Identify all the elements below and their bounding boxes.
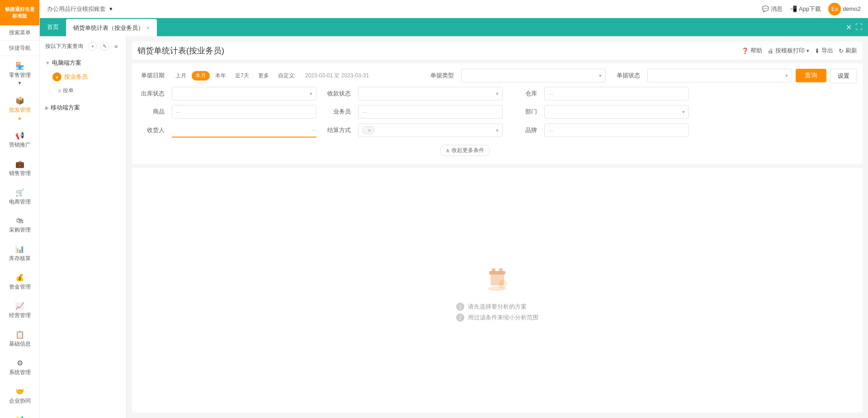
date-tab-this-month[interactable]: 本月 — [192, 71, 210, 81]
out-status-select[interactable]: ▾ — [172, 87, 316, 100]
sidebar-item-basic[interactable]: 📋 基础信息 — [0, 325, 39, 353]
date-tab-custom[interactable]: 自定义 — [274, 71, 298, 81]
sidebar: 畅捷通好生意 标准版 搜索菜单 快捷导航 🏪 零售管理 ▼ 📦 批发管理 ▲ 📢… — [0, 0, 40, 418]
sidebar-item-wholesale[interactable]: 📦 批发管理 ▲ — [0, 91, 39, 126]
filter-section: 单据日期 上月 本月 本年 近7天 更多 自定义 20 — [137, 69, 857, 159]
sidebar-item-newbie[interactable]: 🔰 新手引导 — [0, 410, 39, 418]
sidebar-item-ecommerce[interactable]: 🛒 电商管理 — [0, 183, 39, 211]
scheme-group-mobile-header[interactable]: ▶ 移动端方案 — [40, 101, 126, 114]
action-buttons: 查询 设置 — [796, 69, 857, 159]
doc-status-select[interactable]: ▾ — [647, 69, 792, 82]
sidebar-item-sales[interactable]: 💼 销售管理 — [0, 154, 39, 183]
payment-status-select[interactable]: ▾ — [358, 87, 503, 100]
recipient-dots[interactable]: ··· — [311, 127, 316, 133]
date-tab-last-month[interactable]: 上月 — [172, 71, 190, 81]
app-logo: 畅捷通好生意 标准版 — [0, 0, 39, 25]
refresh-btn[interactable]: ↻ 刷新 — [839, 47, 857, 55]
tip-num-1: 1 — [456, 303, 464, 311]
sidebar-item-retail[interactable]: 🏪 零售管理 ▼ — [0, 56, 39, 91]
svg-rect-2 — [489, 271, 505, 275]
tabbar: 首页 销货单统计表（按业务员） × ✕ ⛶ — [40, 18, 868, 36]
sidebar-item-enterprise[interactable]: 🤝 企业协同 — [0, 382, 39, 410]
add-scheme-btn[interactable]: + — [88, 42, 97, 51]
message-icon: 💬 — [762, 5, 769, 12]
quick-nav[interactable]: 快捷导航 — [0, 41, 39, 56]
retail-icon: 🏪 — [15, 62, 24, 70]
date-tab-7days[interactable]: 近7天 — [231, 71, 253, 81]
svg-rect-3 — [492, 268, 495, 273]
tip-num-2: 2 — [456, 314, 464, 322]
main-area: 办公用品行业模拟账套 ▾ 💬 消息 📲 App下载 Ea demo2 首页 销货… — [40, 0, 868, 418]
tab-sales-report[interactable]: 销货单统计表（按业务员） × — [66, 19, 157, 37]
empty-icon: ! — [479, 259, 515, 295]
sub-item-by-order[interactable]: ≡ 按单 — [40, 84, 126, 97]
user-menu[interactable]: Ea demo2 — [828, 3, 861, 15]
settlement-tag-close[interactable]: × — [368, 128, 371, 133]
settlement-tag: × — [362, 126, 375, 134]
maximize-btn[interactable]: ⛶ — [855, 23, 863, 31]
purchase-icon: 🛍 — [16, 217, 24, 225]
sidebar-item-finance[interactable]: 💰 资金管理 — [0, 268, 39, 296]
date-tabs: 上月 本月 本年 近7天 更多 自定义 — [172, 71, 298, 81]
scheme-group-mobile-label: 移动端方案 — [51, 104, 80, 112]
date-tab-this-year[interactable]: 本年 — [212, 71, 230, 81]
collapse-row: ∧ 收起更多条件 — [137, 142, 792, 159]
scheme-item-by-salesperson[interactable]: ● 按业务员 — [40, 70, 126, 84]
industry-dropdown[interactable]: ▾ — [109, 5, 113, 12]
close-window-btn[interactable]: ✕ — [846, 23, 852, 32]
query-button[interactable]: 查询 — [796, 69, 826, 82]
sidebar-item-purchase[interactable]: 🛍 采购管理 — [0, 211, 39, 239]
right-panel: 销货单统计表(按业务员) ❓ 帮助 🖨 按模板打印 ▾ ⬇ 导出 — [127, 36, 868, 418]
brand-label: 品牌 — [510, 126, 537, 134]
message-btn[interactable]: 💬 消息 — [762, 5, 783, 13]
filter-row-3: 商品 ··· 业务员 ··· 部门 ▾ — [137, 105, 792, 119]
tab-home[interactable]: 首页 — [40, 18, 66, 36]
out-status-arrow: ▾ — [310, 91, 312, 97]
svg-text:!: ! — [501, 281, 502, 287]
department-label: 部门 — [510, 108, 537, 116]
page-title: 销货单统计表(按业务员) — [137, 45, 224, 56]
sidebar-item-inventory[interactable]: 📊 库存核算 — [0, 239, 39, 268]
help-btn[interactable]: ❓ 帮助 — [741, 47, 762, 55]
department-select[interactable]: ▾ — [544, 105, 689, 119]
product-label: 商品 — [137, 108, 165, 116]
newbie-icon: 🔰 — [15, 416, 24, 418]
edit-scheme-btn[interactable]: ✎ — [100, 42, 109, 51]
settings-button[interactable]: 设置 — [830, 69, 857, 83]
page-header: 销货单统计表(按业务员) ❓ 帮助 🖨 按模板打印 ▾ ⬇ 导出 — [132, 42, 863, 60]
export-icon: ⬇ — [815, 48, 820, 54]
collapse-more-btn[interactable]: ∧ 收起更多条件 — [440, 145, 490, 156]
enterprise-icon: 🤝 — [15, 387, 24, 396]
settlement-select[interactable]: × ▾ — [358, 124, 503, 137]
tab-close-icon[interactable]: × — [146, 25, 150, 31]
doc-type-select[interactable]: ▾ — [461, 69, 606, 82]
sidebar-item-operation[interactable]: 📈 经营管理 — [0, 296, 39, 325]
date-tab-more[interactable]: 更多 — [255, 71, 273, 81]
product-select[interactable]: ··· — [172, 105, 316, 119]
settlement-label: 结算方式 — [324, 126, 351, 134]
chevron-down-icon: ▼ — [45, 60, 50, 66]
operation-icon: 📈 — [15, 302, 24, 310]
scheme-group-desktop-header[interactable]: ▼ 电脑端方案 — [40, 56, 126, 70]
system-icon: ⚙ — [17, 359, 23, 367]
sidebar-item-system[interactable]: ⚙ 系统管理 — [0, 353, 39, 382]
export-btn[interactable]: ⬇ 导出 — [815, 47, 833, 55]
salesperson-select[interactable]: ··· — [358, 105, 503, 119]
doc-type-arrow: ▾ — [599, 73, 602, 79]
brand-select[interactable]: ··· — [544, 124, 689, 137]
basic-icon: 📋 — [15, 330, 24, 339]
chevron-right-icon: ▶ — [45, 105, 49, 111]
search-menu[interactable]: 搜索菜单 — [0, 25, 39, 41]
recipient-input[interactable] — [172, 123, 310, 137]
out-status-label: 出库状态 — [137, 90, 165, 98]
content-area: 按以下方案查询 + ✎ « ▼ 电脑端方案 ● 按业务员 — [40, 36, 868, 418]
topbar-left: 办公用品行业模拟账套 ▾ — [47, 5, 113, 13]
collapse-panel-btn[interactable]: « — [112, 42, 121, 51]
chevron-icon: ▲ — [18, 115, 22, 120]
warehouse-select[interactable]: ··· — [544, 87, 689, 100]
sidebar-item-marketing[interactable]: 📢 营销推广 — [0, 126, 39, 154]
page-actions: ❓ 帮助 🖨 按模板打印 ▾ ⬇ 导出 ↻ 刷新 — [741, 47, 857, 55]
print-btn[interactable]: 🖨 按模板打印 ▾ — [768, 47, 809, 55]
app-download-btn[interactable]: 📲 App下载 — [790, 5, 821, 13]
left-panel-header: 按以下方案查询 + ✎ « — [40, 42, 126, 54]
